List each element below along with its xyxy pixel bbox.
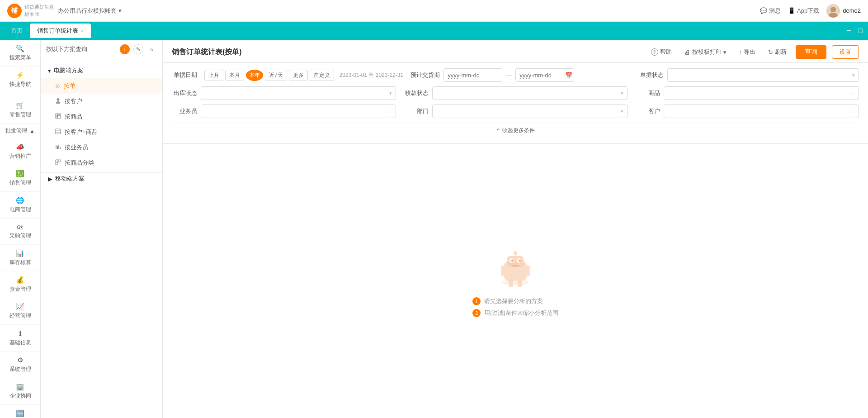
scheme-item-by-order[interactable]: ⊙ 按单 <box>41 78 162 94</box>
tab-maximize-btn[interactable]: □ <box>856 25 864 37</box>
tab-home[interactable]: 首页 <box>4 24 30 38</box>
sidebar-item-inventory[interactable]: 📊 库存核算 <box>0 245 40 271</box>
date-btn-more[interactable]: 更多 <box>289 70 308 81</box>
by-salesperson-icon <box>55 144 61 151</box>
expected-delivery-start[interactable] <box>443 68 502 82</box>
app-download-button[interactable]: 📱 App下载 <box>788 7 819 15</box>
shipment-status-select[interactable]: ▾ <box>201 86 396 100</box>
collapse-conditions-btn[interactable]: ⌃ 收起更多条件 <box>172 123 859 138</box>
sidebar-item-purchase[interactable]: 🛍 采购管理 <box>0 218 40 245</box>
purchase-icon: 🛍 <box>17 223 24 231</box>
hint-2-text: 用[过滤]条件来缩小分析范围 <box>484 309 558 317</box>
sidebar-item-enterprise[interactable]: 🏢 企业协同 <box>0 378 40 405</box>
date-btn-this-year[interactable]: 本年 <box>246 70 263 81</box>
sidebar-item-finance[interactable]: 💰 资金管理 <box>0 271 40 298</box>
product-section: 商品 ··· <box>635 86 859 100</box>
main-layout: 🔍 搜索菜单 ⚡ 快捷导航 🛒 零售管理 批发管理 ▲ 📣 营销推广 💹 销售管… <box>0 40 868 418</box>
sidebar-item-operations[interactable]: 📈 经营管理 <box>0 298 40 325</box>
sidebar-item-quick-nav[interactable]: ⚡ 快捷导航 <box>0 66 40 93</box>
scheme-panel-title: 按以下方案查询 <box>46 45 116 53</box>
scheme-group-mobile[interactable]: ▶ 移动端方案 <box>41 172 162 186</box>
quick-nav-label: 快捷导航 <box>9 81 31 88</box>
department-select[interactable]: ▾ <box>432 104 627 118</box>
settings-button[interactable]: 设置 <box>832 45 859 59</box>
content-area: 按以下方案查询 + ✎ « ▾ 电脑端方案 ⊙ 按单 按客户 <box>41 40 868 418</box>
payment-status-select[interactable]: ▾ <box>432 86 627 100</box>
workspace-name: 办公用品行业模拟账套 <box>58 7 117 15</box>
app-logo: 铺 <box>7 4 22 18</box>
top-bar: 铺 铺货通好生意标准版 办公用品行业模拟账套 ▾ 💬 消息 📱 App下载 de… <box>0 0 868 22</box>
data-area: 1 请先选择要分析的方案 2 用[过滤]条件来缩小分析范围 <box>163 144 868 418</box>
tab-sales-order-stats[interactable]: 销售订单统计表 × <box>30 24 91 38</box>
sales-icon: 💹 <box>16 170 24 178</box>
sidebar-item-basic-info[interactable]: ℹ 基础信息 <box>0 325 40 352</box>
tab-home-label: 首页 <box>11 27 23 35</box>
query-button[interactable]: 查询 <box>796 45 826 59</box>
by-customer-product-label: 按客户+商品 <box>65 128 98 136</box>
sidebar-item-ecommerce[interactable]: 🌐 电商管理 <box>0 192 40 218</box>
tab-minimize-btn[interactable]: − <box>845 25 853 37</box>
inventory-label: 库存核算 <box>9 259 31 266</box>
scheme-item-by-salesperson[interactable]: 按业务员 <box>41 140 162 155</box>
tab-close-icon[interactable]: × <box>81 28 84 33</box>
scheme-collapse-btn[interactable]: « <box>147 44 157 54</box>
sidebar-item-system[interactable]: ⚙ 系统管理 <box>0 352 40 378</box>
doc-status-select[interactable]: ▾ <box>667 68 859 82</box>
filter-row-1: 单据日期 上月 本月 本年 近7天 更多 自定义 2023-01-01 至 20… <box>172 68 859 82</box>
svg-rect-28 <box>527 266 530 276</box>
scheme-group-desktop[interactable]: ▾ 电脑端方案 <box>41 63 162 78</box>
logo-area: 铺 铺货通好生意标准版 <box>7 4 54 18</box>
help-icon: ? <box>651 48 658 56</box>
top-bar-left: 铺 铺货通好生意标准版 办公用品行业模拟账套 ▾ <box>7 4 122 18</box>
scheme-edit-btn[interactable]: ✎ <box>133 44 143 54</box>
print-label: 按模板打印 <box>692 48 722 56</box>
svg-rect-17 <box>56 162 58 165</box>
hint-num-2: 2 <box>472 309 481 317</box>
customer-section: 客户 ··· <box>635 104 859 118</box>
export-icon: ↑ <box>739 49 742 56</box>
date-btn-custom[interactable]: 自定义 <box>310 70 334 81</box>
refresh-btn[interactable]: ↻ 刷新 <box>764 46 790 58</box>
scheme-item-by-product-category[interactable]: 按商品分类 <box>41 155 162 171</box>
by-salesperson-label: 按业务员 <box>65 143 88 152</box>
search-menu-icon: 🔍 <box>16 44 24 52</box>
app-download-label: App下载 <box>797 7 819 15</box>
calendar-icon-start[interactable]: 📅 <box>565 72 572 79</box>
empty-hints: 1 请先选择要分析的方案 2 用[过滤]条件来缩小分析范围 <box>472 297 558 317</box>
enterprise-icon: 🏢 <box>16 383 24 391</box>
help-btn[interactable]: ? 帮助 <box>647 46 675 58</box>
sidebar-item-sales[interactable]: 💹 销售管理 <box>0 165 40 192</box>
user-area[interactable]: demo2 <box>826 4 861 18</box>
page-title: 销售订单统计表(按单) <box>172 48 242 57</box>
customer-select[interactable]: ··· <box>664 104 859 118</box>
date-btn-last-7-days[interactable]: 近7天 <box>265 70 287 81</box>
svg-rect-27 <box>501 266 504 276</box>
export-label: 导出 <box>744 48 755 56</box>
svg-rect-6 <box>57 114 58 116</box>
scheme-add-btn[interactable]: + <box>120 44 130 54</box>
sidebar-item-search-menu[interactable]: 🔍 搜索菜单 <box>0 40 40 66</box>
date-btn-last-month[interactable]: 上月 <box>204 70 223 81</box>
sidebar-item-wholesale[interactable]: 批发管理 ▲ <box>0 124 40 138</box>
svg-rect-14 <box>58 145 59 149</box>
workspace-selector[interactable]: 办公用品行业模拟账套 ▾ <box>58 7 122 15</box>
department-label: 部门 <box>403 107 429 115</box>
empty-hint-2: 2 用[过滤]条件来缩小分析范围 <box>472 309 558 317</box>
scheme-item-by-customer[interactable]: 按客户 <box>41 94 162 109</box>
scheme-group-desktop-label: 电脑端方案 <box>54 66 83 75</box>
salesperson-select[interactable]: ··· <box>201 104 396 118</box>
sidebar-item-marketing[interactable]: 📣 营销推广 <box>0 138 40 165</box>
export-btn[interactable]: ↑ 导出 <box>736 46 760 58</box>
message-button[interactable]: 💬 消息 <box>760 7 781 15</box>
sidebar-item-new-guide[interactable]: 🆕 新手引导 <box>0 405 40 418</box>
date-btn-this-month[interactable]: 本月 <box>225 70 244 81</box>
tab-bar: 首页 销售订单统计表 × − □ <box>0 22 868 40</box>
print-btn[interactable]: 🖨 按模板打印 ▾ <box>681 46 730 58</box>
scheme-item-by-customer-product[interactable]: 按客户+商品 <box>41 124 162 140</box>
system-label: 系统管理 <box>9 366 31 373</box>
product-select[interactable]: ··· <box>664 86 859 100</box>
svg-rect-9 <box>56 129 61 134</box>
scheme-item-by-product[interactable]: 按商品 <box>41 109 162 124</box>
sidebar-item-retail[interactable]: 🛒 零售管理 <box>0 97 40 124</box>
doc-status-label: 单据状态 <box>638 71 664 79</box>
